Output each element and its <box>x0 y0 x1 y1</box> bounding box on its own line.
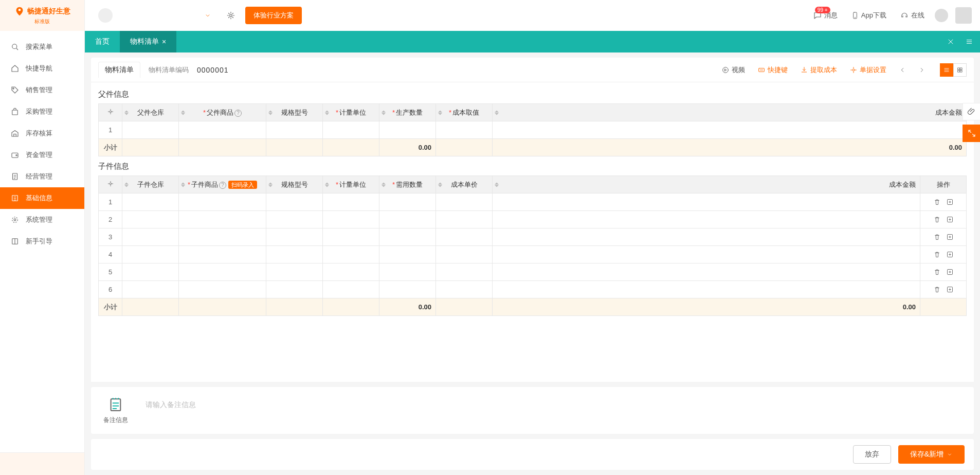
extract-icon <box>800 66 808 74</box>
remarks-input[interactable] <box>143 396 965 413</box>
sidebar-item-sales[interactable]: 销售管理 <box>0 79 84 101</box>
chevron-down-icon <box>947 451 953 458</box>
parent-col-settings[interactable] <box>99 104 122 121</box>
view-list-button[interactable] <box>940 63 953 77</box>
gear-icon <box>107 180 114 187</box>
parent-col-warehouse[interactable]: 父件仓库 <box>122 104 179 121</box>
child-col-product[interactable]: *子件商品?扫码录入 <box>179 176 266 193</box>
add-row-icon[interactable] <box>946 268 954 276</box>
table-row[interactable]: 3 <box>99 228 967 246</box>
download-button[interactable]: App下载 <box>848 9 890 22</box>
topbar: 体验行业方案 99 + 消息 App下载 在线 <box>85 0 980 31</box>
parent-col-product[interactable]: *父件商品? <box>179 104 266 121</box>
sidebar-item-inventory[interactable]: 库存核算 <box>0 122 84 144</box>
table-row[interactable]: 1 <box>99 121 967 139</box>
book-icon <box>10 237 20 246</box>
prev-doc-button[interactable] <box>897 64 908 76</box>
close-all-tabs-button[interactable] <box>943 34 958 49</box>
delete-icon[interactable] <box>933 251 941 258</box>
gear-icon <box>849 66 858 74</box>
svg-rect-17 <box>958 67 960 69</box>
child-subtotal-qty: 0.00 <box>379 298 436 316</box>
child-subtotal-row: 小计 0.00 0.00 <box>99 298 967 316</box>
cta-button[interactable]: 体验行业方案 <box>245 7 302 24</box>
sidebar-item-funds[interactable]: 资金管理 <box>0 144 84 166</box>
messages-button[interactable]: 99 + 消息 <box>810 9 841 22</box>
child-col-unit[interactable]: *计量单位 <box>323 176 379 193</box>
doc-settings-button[interactable]: 单据设置 <box>847 64 888 76</box>
sidebar-item-purchase[interactable]: 采购管理 <box>0 101 84 122</box>
next-doc-button[interactable] <box>916 64 928 76</box>
help-icon[interactable]: ? <box>219 182 226 189</box>
delete-icon[interactable] <box>933 216 941 223</box>
brand-edition: 标准版 <box>34 18 50 25</box>
fullscreen-button[interactable] <box>963 125 980 142</box>
child-col-cost-amount[interactable]: 成本金额 <box>493 176 920 193</box>
delete-icon[interactable] <box>933 198 941 206</box>
sidebar-item-guide[interactable]: 新手引导 <box>0 231 84 252</box>
table-row[interactable]: 5 <box>99 263 967 281</box>
wallet-icon <box>10 150 20 160</box>
chevron-left-icon <box>899 66 906 74</box>
sidebar-item-operations[interactable]: 经营管理 <box>0 166 84 187</box>
delete-icon[interactable] <box>933 286 941 293</box>
svg-rect-3 <box>12 110 18 115</box>
sidebar-item-label: 快捷导航 <box>26 64 52 73</box>
tab-close-button[interactable]: × <box>162 38 166 46</box>
video-label: 视频 <box>732 65 745 75</box>
tabstrip-menu-button[interactable] <box>961 34 977 49</box>
parent-col-cost-method[interactable]: *成本取值 <box>436 104 493 121</box>
table-row[interactable]: 4 <box>99 246 967 263</box>
parent-col-qty[interactable]: *生产数量 <box>379 104 436 121</box>
child-col-warehouse[interactable]: 子件仓库 <box>122 176 179 193</box>
shortcut-button[interactable]: 快捷键 <box>755 64 790 76</box>
remarks-label: 备注信息 <box>103 416 128 425</box>
add-row-icon[interactable] <box>946 198 954 206</box>
attachment-button[interactable] <box>963 103 980 120</box>
sidebar-item-search[interactable]: 搜索菜单 <box>0 36 84 58</box>
row-number: 3 <box>99 228 122 246</box>
video-button[interactable]: 视频 <box>719 64 747 76</box>
save-new-button[interactable]: 保存&新增 <box>898 445 965 464</box>
child-col-cost-price[interactable]: 成本单价 <box>436 176 493 193</box>
add-row-icon[interactable] <box>946 216 954 223</box>
tab-home[interactable]: 首页 <box>85 31 120 52</box>
add-row-icon[interactable] <box>946 251 954 258</box>
add-row-icon[interactable] <box>946 286 954 293</box>
child-col-spec[interactable]: 规格型号 <box>266 176 323 193</box>
parent-col-spec[interactable]: 规格型号 <box>266 104 323 121</box>
sidebar-item-system[interactable]: 系统管理 <box>0 209 84 231</box>
help-icon[interactable]: ? <box>234 110 242 117</box>
logo-icon <box>14 6 25 17</box>
add-row-icon[interactable] <box>946 233 954 241</box>
org-settings-button[interactable] <box>224 8 238 23</box>
discard-button[interactable]: 放弃 <box>853 445 891 464</box>
sidebar-item-label: 销售管理 <box>26 85 52 95</box>
sidebar-item-quicknav[interactable]: 快捷导航 <box>0 58 84 79</box>
delete-icon[interactable] <box>933 233 941 241</box>
org-selector[interactable] <box>93 6 216 25</box>
child-col-settings[interactable] <box>99 176 122 193</box>
extract-cost-button[interactable]: 提取成本 <box>798 64 839 76</box>
support-avatar[interactable] <box>935 9 948 22</box>
svg-point-5 <box>16 155 17 156</box>
scan-input-tag[interactable]: 扫码录入 <box>228 181 257 189</box>
table-row[interactable]: 6 <box>99 281 967 298</box>
parent-col-unit[interactable]: *计量单位 <box>323 104 379 121</box>
parent-col-cost-amount[interactable]: 成本金额 <box>493 104 967 121</box>
sidebar-item-basedata[interactable]: 基础信息 <box>0 187 84 209</box>
table-row[interactable]: 1 <box>99 193 967 211</box>
row-actions-cell <box>920 211 967 228</box>
brand-logo: 畅捷通好生意 标准版 <box>0 0 84 31</box>
tab-bom[interactable]: 物料清单 × <box>120 31 176 52</box>
child-col-need-qty[interactable]: *需用数量 <box>379 176 436 193</box>
table-row[interactable]: 2 <box>99 211 967 228</box>
user-avatar[interactable] <box>955 7 972 24</box>
tabstrip: 首页 物料清单 × <box>85 31 980 52</box>
delete-icon[interactable] <box>933 268 941 276</box>
clipboard-icon <box>10 172 20 181</box>
online-support-button[interactable]: 在线 <box>897 9 928 22</box>
sidebar-item-label: 库存核算 <box>26 129 52 138</box>
view-grid-button[interactable] <box>953 63 967 77</box>
tab-label: 首页 <box>95 37 110 46</box>
